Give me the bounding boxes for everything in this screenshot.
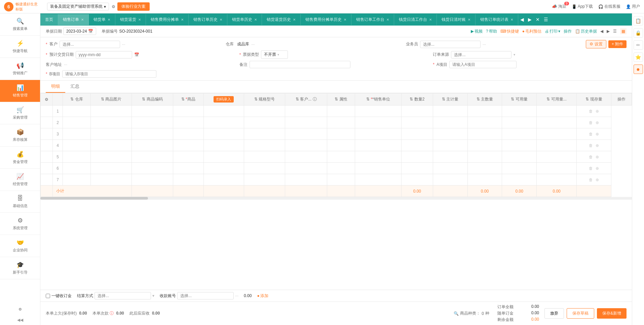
th-code[interactable]: ⇅ 商品编码: [132, 93, 173, 106]
delete-icon[interactable]: 🗑: [589, 166, 593, 171]
th-spec[interactable]: ⇅ 规格型号: [244, 93, 285, 106]
th-stock[interactable]: ⇅ 现存量: [577, 93, 611, 106]
right-icon-clipboard[interactable]: 📋: [634, 16, 643, 26]
industry-btn[interactable]: 体验行业方案: [117, 2, 150, 11]
address-dots[interactable]: ···: [64, 62, 67, 67]
sidebar-item-sales[interactable]: 📊 销售管理: [0, 80, 40, 102]
tab-order-workbench[interactable]: 销售订单工作台 ✕: [351, 14, 394, 25]
nav-prev-icon[interactable]: ◀: [600, 29, 603, 34]
tab-cash-workbench[interactable]: 钱货日清工作台 ✕: [394, 14, 437, 25]
system-title-select[interactable]: 装备及固定资产辅助管理系统 ▾: [47, 3, 109, 10]
th-main-qty[interactable]: ⇅ 主数量: [467, 93, 502, 106]
th-qty2[interactable]: ⇅ 数量2: [401, 93, 433, 106]
app-download-link[interactable]: 📱 App下载: [572, 4, 593, 9]
payment-method-input[interactable]: [94, 292, 151, 299]
th-available2[interactable]: ⇅ 可用量...: [537, 93, 577, 106]
one-click-checkbox[interactable]: [46, 294, 50, 298]
copy-icon[interactable]: ⊕: [596, 155, 599, 159]
print-link[interactable]: 🖨 打印 ▾: [545, 29, 560, 34]
invoice-type-select[interactable]: 不开票 ▾: [261, 50, 288, 59]
sidebar-item-marketing[interactable]: 📢 营销推广: [0, 58, 40, 80]
settings-icon[interactable]: ⚙: [112, 4, 115, 9]
tab-close-icon[interactable]: ✕: [81, 18, 84, 22]
tab-close-icon[interactable]: ✕: [386, 18, 389, 22]
sidebar-item-finance[interactable]: 💰 资金管理: [0, 147, 40, 169]
tab-close-icon[interactable]: ✕: [138, 18, 141, 22]
nav-next-icon[interactable]: ▶: [607, 29, 610, 34]
tab-close-icon[interactable]: ✕: [108, 18, 110, 22]
save-draft-btn[interactable]: 保存草稿: [567, 308, 594, 319]
tab-close-icon[interactable]: ✕: [468, 18, 470, 22]
delete-icon[interactable]: 🗑: [589, 109, 593, 114]
warehouse-dots[interactable]: ···: [251, 42, 255, 47]
th-attr[interactable]: ⇅ 属性: [327, 93, 355, 106]
sidebar-settings-btn[interactable]: ⚙: [0, 304, 40, 315]
online-support-link[interactable]: 🎧 在线客服: [598, 4, 620, 9]
tab-cash-reconcile[interactable]: 钱货日清对账 ✕: [437, 14, 476, 25]
grid-view-icon[interactable]: ▦: [620, 28, 627, 34]
delivery-date-input[interactable]: [76, 51, 132, 58]
tab-close-icon[interactable]: ✕: [254, 18, 257, 22]
th-customer-info[interactable]: ⇅ 客户... ⓘ: [285, 93, 327, 106]
sidebar-item-enterprise[interactable]: 🤝 企业协同: [0, 235, 40, 257]
help-link[interactable]: ? 帮助: [486, 29, 497, 34]
order-source-input[interactable]: [451, 51, 512, 58]
right-icon-dot[interactable]: ●: [634, 65, 643, 74]
tab-close-all-btn[interactable]: ✕: [534, 17, 542, 22]
tab-detail[interactable]: 明细: [46, 81, 65, 93]
tab-close-icon[interactable]: ✕: [220, 18, 222, 22]
tab-return-history[interactable]: 销货退货历史 ✕: [262, 14, 301, 25]
history-link[interactable]: 📋 历史单据: [575, 29, 597, 34]
view-link[interactable]: ▶ 视频: [471, 29, 483, 34]
account-dots[interactable]: ···: [235, 293, 238, 298]
calendar-icon2[interactable]: 📅: [134, 52, 139, 57]
th-warehouse[interactable]: ⇅ 仓库: [63, 93, 91, 106]
th-product[interactable]: ⇅ *商品: [173, 93, 203, 106]
delete-icon[interactable]: 🗑: [589, 155, 593, 159]
customer-input[interactable]: [60, 41, 120, 48]
copy-icon[interactable]: ⊕: [596, 120, 599, 125]
delete-icon[interactable]: 🗑: [589, 132, 593, 136]
th-available[interactable]: ⇅ 可用量: [502, 93, 537, 106]
tab-prev-btn[interactable]: ◀: [518, 17, 526, 22]
tab-bill-history[interactable]: 销货单历史 ✕: [227, 14, 262, 25]
profit-link[interactable]: ● 毛利预估: [522, 29, 541, 34]
sidebar-item-search[interactable]: 🔍 搜索菜单: [0, 13, 40, 36]
a-project-input[interactable]: [449, 61, 517, 68]
date-input[interactable]: 2023-03-24 📅: [63, 28, 96, 35]
tab-home[interactable]: 首页: [40, 14, 58, 25]
user-menu[interactable]: 👤 用户: [626, 4, 640, 9]
th-image[interactable]: ⇅ 商品图片: [90, 93, 131, 106]
tab-order-stats[interactable]: 销售订单统计表 ✕: [476, 14, 518, 25]
right-icon-edit[interactable]: ✏: [634, 40, 643, 50]
th-gear[interactable]: ⚙: [41, 93, 53, 106]
save-new-btn[interactable]: 保存&新增: [597, 308, 627, 319]
customer-dots[interactable]: ···: [122, 42, 125, 47]
account-input[interactable]: [177, 292, 234, 299]
operation-link[interactable]: 操作: [564, 29, 572, 34]
sidebar-item-quicknav[interactable]: ⚡ 快捷导航: [0, 36, 40, 58]
tab-close-icon[interactable]: ✕: [293, 18, 296, 22]
sidebar-collapse-btn[interactable]: ◀◀: [0, 315, 40, 325]
tab-close-icon[interactable]: ✕: [181, 18, 184, 22]
tab-expense-history[interactable]: 销售费用分摊单历史 ✕: [301, 14, 351, 25]
tab-close-icon[interactable]: ✕: [429, 18, 432, 22]
delete-icon[interactable]: 🗑: [589, 143, 593, 148]
copy-icon[interactable]: ⊕: [596, 109, 599, 114]
th-scan[interactable]: 扫码录入: [203, 93, 244, 106]
sidebar-item-purchase[interactable]: 🛒 采购管理: [0, 102, 40, 124]
sidebar-item-inventory[interactable]: 📦 库存核算: [0, 124, 40, 147]
discard-btn[interactable]: 放弃: [544, 308, 564, 319]
salesperson-input[interactable]: [420, 41, 481, 48]
tab-close-icon[interactable]: ✕: [510, 18, 513, 22]
tab-sales-order-history[interactable]: 销售订单历史 ✕: [189, 14, 227, 25]
add-btn[interactable]: ● 添加: [257, 293, 268, 299]
right-icon-star[interactable]: ⭐: [634, 52, 643, 62]
sidebar-item-operations[interactable]: 📈 经营管理: [0, 169, 40, 191]
sidebar-item-guide[interactable]: 🎓 新手引导: [0, 257, 40, 279]
copy-icon[interactable]: ⊕: [596, 143, 599, 148]
scrollbar-thumb[interactable]: [40, 197, 148, 200]
b-project-input[interactable]: [62, 70, 156, 78]
th-main-unit[interactable]: ⇅ 主计量: [433, 93, 467, 106]
one-click-checkbox-label[interactable]: 一键收订金: [46, 293, 72, 299]
